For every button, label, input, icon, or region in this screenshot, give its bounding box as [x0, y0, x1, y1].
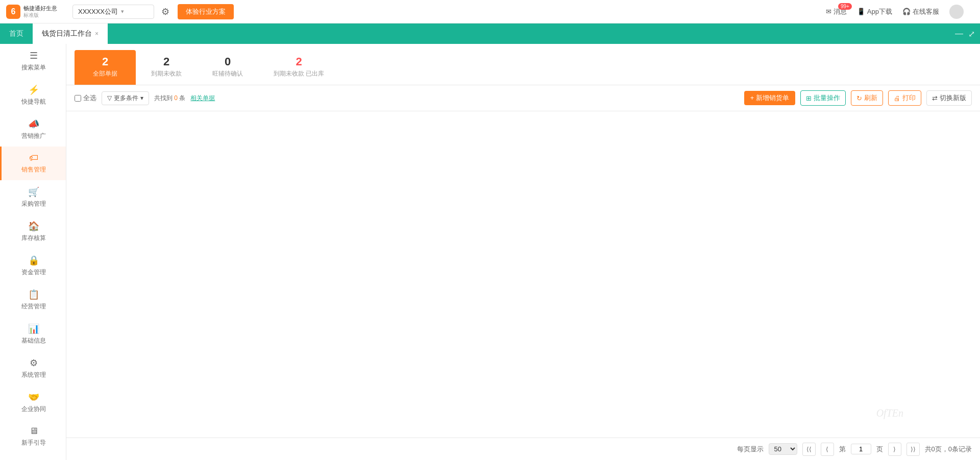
online-service-label: 在线客服 [913, 7, 939, 16]
main-layout: ☰ 搜索菜单 ⚡ 快捷导航 📣 营销推广 🏷 销售管理 🛒 采购管理 🏠 库存核… [0, 44, 980, 460]
batch-ops-btn[interactable]: ⊞ 批量操作 [800, 90, 846, 106]
logo-title: 畅捷通好生意 [23, 5, 57, 12]
sidebar-item-app-center[interactable]: 📦 应用中心 [0, 453, 66, 460]
quick-nav-icon: ⚡ [28, 84, 39, 95]
card-all-num: 2 [102, 55, 108, 68]
toolbar-left: 全选 ▽ 更多条件 ▾ 共找到 0 条 相关单据 [75, 91, 739, 105]
sidebar-item-marketing-label: 营销推广 [21, 132, 46, 140]
online-service-icon: 🎧 [902, 8, 911, 15]
sidebar-item-enterprise[interactable]: 🤝 企业协同 [0, 385, 66, 420]
content-area: 2 全部单据 2 到期未收款 0 旺辅待确认 2 到期未收款 已出库 全选 [66, 44, 980, 460]
sidebar-item-finance[interactable]: 🔒 资金管理 [0, 249, 66, 283]
refresh-icon: ↻ [856, 94, 862, 102]
sidebar-item-operations[interactable]: 📋 经营管理 [0, 283, 66, 317]
related-order-link[interactable]: 相关单据 [190, 94, 215, 103]
sidebar-item-search-menu[interactable]: ☰ 搜索菜单 [0, 44, 66, 78]
per-page-label: 每页显示 [737, 445, 764, 454]
first-page-btn[interactable]: ⟨⟨ [802, 443, 816, 456]
online-service-item[interactable]: 🎧 在线客服 [902, 7, 939, 16]
per-page-select[interactable]: 10 20 50 100 [769, 443, 797, 455]
tab-close-icon[interactable]: × [95, 30, 99, 37]
search-menu-icon: ☰ [30, 50, 38, 61]
next-page-btn[interactable]: ⟩ [888, 443, 901, 456]
app-download-icon: 📱 [857, 8, 865, 15]
card-pending[interactable]: 0 旺辅待确认 [197, 50, 258, 85]
card-all[interactable]: 2 全部单据 [75, 50, 136, 85]
header-right: ✉ 消息 99+ 📱 App下载 🎧 在线客服 [826, 5, 974, 19]
user-avatar[interactable] [949, 5, 964, 19]
card-pending-label: 旺辅待确认 [212, 69, 243, 78]
card-overdue-shipped-label: 到期未收款 已出库 [274, 69, 324, 78]
sales-icon: 🏷 [29, 153, 38, 163]
company-selector[interactable]: XXXXXX公司 ▾ [72, 5, 154, 19]
operations-icon: 📋 [28, 289, 39, 300]
switch-version-btn[interactable]: ⇄ 切换新版 [926, 90, 972, 106]
sidebar-item-inventory-label: 库存核算 [21, 234, 46, 243]
sidebar-item-quick-nav[interactable]: ⚡ 快捷导航 [0, 78, 66, 112]
found-text: 共找到 0 条 [154, 94, 185, 103]
more-filter-btn[interactable]: ▽ 更多条件 ▾ [102, 91, 149, 105]
purchase-icon: 🛒 [28, 186, 39, 198]
select-all-checkbox[interactable]: 全选 [75, 93, 96, 103]
sidebar-item-new-guide[interactable]: 🖥 新手引导 [0, 420, 66, 453]
top-header: 6 畅捷通好生意 标准版 XXXXXX公司 ▾ ⚙ 体验行业方案 ✉ 消息 99… [0, 0, 980, 23]
sidebar-item-sys-mgmt-label: 系统管理 [21, 371, 46, 379]
tab-home[interactable]: 首页 [0, 23, 33, 44]
page-number-input[interactable] [851, 444, 871, 454]
sidebar-item-new-guide-label: 新手引导 [21, 439, 46, 447]
marketing-icon: 📣 [28, 118, 39, 130]
total-info: 共0页，0条记录 [925, 445, 972, 454]
message-icon: ✉ [826, 8, 831, 15]
sidebar-item-enterprise-label: 企业协同 [21, 405, 46, 414]
sidebar-item-finance-label: 资金管理 [21, 268, 46, 277]
batch-ops-icon: ⊞ [806, 94, 812, 102]
refresh-btn[interactable]: ↻ 刷新 [851, 90, 883, 106]
tab-minimize-icon[interactable]: — [955, 29, 963, 38]
sidebar-item-basic-info[interactable]: 📊 基础信息 [0, 317, 66, 351]
logo-icon: 6 [6, 5, 20, 19]
company-arrow-icon: ▾ [121, 8, 124, 15]
sidebar-item-sys-mgmt[interactable]: ⚙ 系统管理 [0, 351, 66, 385]
select-all-input[interactable] [75, 95, 81, 102]
sidebar-item-sales-label: 销售管理 [21, 165, 46, 174]
new-guide-icon: 🖥 [29, 426, 38, 437]
sidebar: ☰ 搜索菜单 ⚡ 快捷导航 📣 营销推广 🏷 销售管理 🛒 采购管理 🏠 库存核… [0, 44, 66, 460]
prev-page-btn[interactable]: ⟨ [821, 443, 834, 456]
app-download-label: App下载 [867, 7, 892, 16]
settings-icon[interactable]: ⚙ [159, 4, 172, 19]
sidebar-item-sales[interactable]: 🏷 销售管理 [0, 147, 66, 180]
print-btn[interactable]: 🖨 打印 [888, 90, 921, 106]
experience-btn[interactable]: 体验行业方案 [178, 4, 234, 19]
more-filter-label: 更多条件 [114, 94, 138, 103]
switch-icon: ⇄ [932, 94, 938, 102]
sidebar-item-marketing[interactable]: 📣 营销推广 [0, 112, 66, 147]
page-suffix: 页 [876, 445, 883, 454]
inventory-icon: 🏠 [28, 221, 39, 232]
filter-arrow-icon: ▾ [140, 94, 143, 102]
sidebar-item-quick-nav-label: 快捷导航 [21, 98, 46, 106]
card-pending-num: 0 [225, 55, 231, 68]
sidebar-item-purchase[interactable]: 🛒 采购管理 [0, 180, 66, 214]
last-page-btn[interactable]: ⟩⟩ [906, 443, 920, 456]
company-name: XXXXXX公司 [78, 7, 118, 16]
pagination-bar: 每页显示 10 20 50 100 ⟨⟨ ⟨ 第 页 ⟩ ⟩⟩ 共0页，0条记录 [66, 438, 980, 460]
card-overdue[interactable]: 2 到期未收款 [136, 50, 197, 85]
sidebar-item-search-menu-label: 搜索菜单 [21, 63, 46, 72]
filter-icon: ▽ [107, 94, 112, 102]
tab-bar-actions: — ⤢ [955, 29, 980, 39]
sidebar-item-inventory[interactable]: 🏠 库存核算 [0, 214, 66, 249]
tab-maximize-icon[interactable]: ⤢ [968, 29, 975, 39]
enterprise-icon: 🤝 [28, 392, 39, 403]
tab-bar: 首页 钱货日清工作台 × — ⤢ [0, 23, 980, 44]
logo-area: 6 畅捷通好生意 标准版 [6, 5, 72, 19]
app-download-item[interactable]: 📱 App下载 [857, 7, 892, 16]
card-all-label: 全部单据 [93, 69, 117, 78]
tab-workspace[interactable]: 钱货日清工作台 × [33, 23, 108, 44]
page-label: 第 [839, 445, 846, 454]
print-icon: 🖨 [894, 94, 900, 102]
add-sales-btn[interactable]: + 新增销货单 [744, 91, 795, 105]
sidebar-item-operations-label: 经营管理 [21, 302, 46, 311]
card-overdue-shipped[interactable]: 2 到期未收款 已出库 [258, 50, 339, 85]
logo-subtitle: 标准版 [23, 12, 57, 18]
message-item[interactable]: ✉ 消息 99+ [826, 7, 847, 16]
